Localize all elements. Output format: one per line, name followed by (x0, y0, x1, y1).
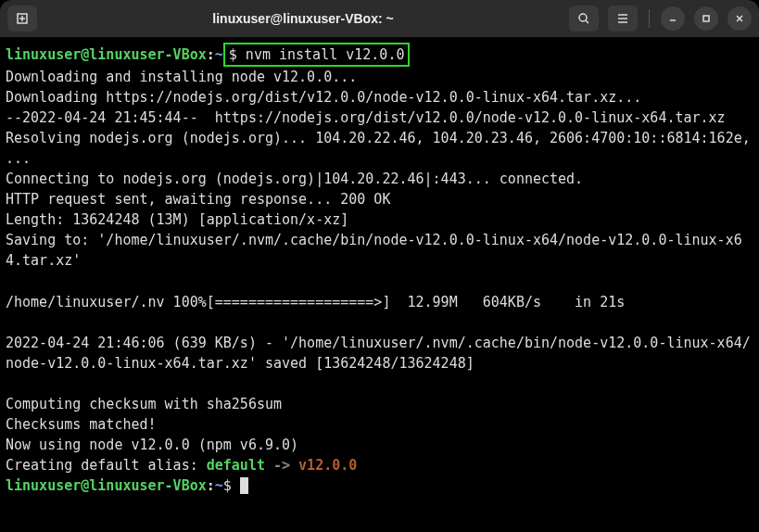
alias-arrow: -> (265, 457, 298, 474)
alias-default: default (207, 457, 265, 474)
alias-version: v12.0.0 (298, 457, 357, 474)
titlebar-left-group (7, 6, 37, 32)
menu-button[interactable] (608, 6, 638, 32)
alias-prefix: Creating default alias: (6, 457, 207, 474)
titlebar-right-group (569, 6, 752, 32)
cursor (240, 477, 248, 494)
output-line: 2022-04-24 21:46:06 (639 KB/s) - '/home/… (6, 335, 751, 372)
output-line: Checksums matched! (6, 416, 157, 433)
output-line: Downloading https://nodejs.org/dist/v12.… (6, 89, 641, 106)
minimize-button[interactable] (661, 6, 685, 31)
terminal-body[interactable]: linuxuser@linuxuser-VBox:~$ nvm install … (0, 37, 759, 501)
output-line: HTTP request sent, awaiting response... … (6, 191, 390, 208)
prompt-colon: : (207, 477, 215, 494)
output-line: Now using node v12.0.0 (npm v6.9.0) (6, 437, 298, 453)
highlighted-command: $ nvm install v12.0.0 (223, 43, 411, 67)
prompt-path: ~ (215, 46, 223, 63)
output-line: Connecting to nodejs.org (nodejs.org)|10… (6, 171, 583, 187)
output-line: Saving to: '/home/linuxuser/.nvm/.cache/… (6, 232, 742, 269)
svg-rect-9 (703, 16, 709, 21)
separator (649, 9, 650, 28)
close-button[interactable] (727, 6, 752, 31)
output-line: Computing checksum with sha256sum (6, 396, 282, 412)
prompt-user: linuxuser@linuxuser-VBox (6, 477, 207, 494)
output-line: Downloading and installing node v12.0.0.… (6, 69, 357, 85)
output-line: --2022-04-24 21:45:44-- https://nodejs.o… (6, 109, 726, 126)
output-line: Resolving nodejs.org (nodejs.org)... 104… (6, 130, 759, 167)
titlebar: linuxuser@linuxuser-VBox: ~ (0, 0, 759, 37)
prompt-path: ~ (215, 477, 223, 494)
prompt-colon: : (207, 46, 215, 63)
output-line: /home/linuxuser/.nv 100%[===============… (6, 294, 625, 310)
search-button[interactable] (569, 6, 599, 32)
maximize-button[interactable] (694, 6, 718, 31)
prompt-dollar: $ (223, 477, 240, 494)
svg-line-4 (586, 20, 588, 23)
prompt-user: linuxuser@linuxuser-VBox (6, 46, 207, 63)
svg-point-3 (579, 14, 587, 21)
new-tab-button[interactable] (7, 6, 37, 32)
window-title: linuxuser@linuxuser-VBox: ~ (37, 11, 569, 26)
output-line: Length: 13624248 (13M) [application/x-xz… (6, 211, 348, 228)
